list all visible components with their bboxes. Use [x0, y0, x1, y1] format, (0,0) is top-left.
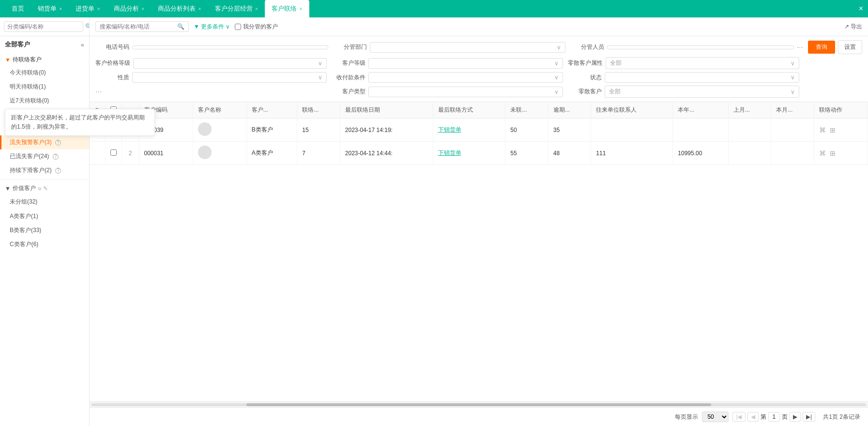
- nav-sales[interactable]: 销货单 ×: [31, 0, 69, 17]
- row2-checkbox[interactable]: [105, 142, 122, 165]
- more-conditions-btn[interactable]: ▼ 更多条件 ∨: [194, 23, 230, 31]
- dept-input[interactable]: ∨: [370, 42, 566, 53]
- col-overdue-sort[interactable]: 逾期...: [553, 106, 570, 114]
- close-segment-icon[interactable]: ×: [255, 6, 258, 12]
- first-page-btn[interactable]: |◀: [732, 412, 745, 422]
- col-contact-sort[interactable]: 联络...: [302, 106, 319, 114]
- col-contacts-person-sort[interactable]: 往来单位联系人: [596, 106, 637, 114]
- row2-last-way[interactable]: 下销货单: [433, 142, 505, 165]
- row4-dots-icon[interactable]: ···: [95, 88, 102, 96]
- row1-contacts: [591, 118, 673, 142]
- row1-last-month: [728, 118, 771, 142]
- status-arrow-icon: ∨: [791, 74, 795, 81]
- scatter-cust-input[interactable]: 全部 ∨: [605, 86, 799, 98]
- cust-type-input[interactable]: ∨: [368, 87, 563, 97]
- row2-check[interactable]: [110, 149, 117, 156]
- sidebar-item-c-class[interactable]: C类客户(6): [0, 237, 89, 251]
- col-name-sort[interactable]: 客户名称: [198, 106, 221, 114]
- next-page-btn[interactable]: ▶: [790, 412, 801, 422]
- col-last-month-sort[interactable]: 上月...: [733, 106, 750, 114]
- per-page-select[interactable]: 50 20 100: [702, 411, 729, 422]
- sidebar-item-lost[interactable]: 已流失客户(24) ?: [0, 149, 89, 163]
- sidebar-item-b-class[interactable]: B类客户(33): [0, 223, 89, 237]
- scatter-attr-input[interactable]: 全部 ∨: [606, 57, 799, 69]
- sidebar-collapse-icon[interactable]: «: [81, 41, 84, 48]
- total-record-text: 共1页 2条记录: [823, 413, 860, 421]
- main-search-icon[interactable]: 🔍: [177, 23, 184, 30]
- window-close-button[interactable]: ×: [859, 4, 863, 13]
- col-actions: 联络动作: [814, 102, 868, 118]
- row1-last-way[interactable]: 下销货单: [433, 118, 505, 142]
- col-name: 客户名称: [193, 102, 246, 118]
- scroll-thumb[interactable]: [246, 403, 711, 406]
- close-purchase-icon[interactable]: ×: [97, 6, 100, 12]
- nav-analysis[interactable]: 商品分析 ×: [107, 0, 151, 17]
- col-last-way-sort[interactable]: 最后联络方式: [438, 106, 473, 114]
- loss-warning-help-icon[interactable]: ?: [55, 140, 61, 146]
- prev-page-btn[interactable]: ◀: [747, 412, 759, 422]
- query-button[interactable]: 查询: [808, 41, 835, 54]
- value-customer-edit-icon[interactable]: ✎: [43, 185, 48, 192]
- row2-link-icon[interactable]: ⌘: [819, 149, 826, 157]
- my-customers-check[interactable]: [235, 24, 241, 30]
- sidebar-item-7days[interactable]: 近7天待联络(0): [0, 94, 89, 108]
- person-dots-icon[interactable]: ···: [797, 43, 803, 52]
- sidebar-item-today[interactable]: 今天待联络(0): [0, 66, 89, 80]
- scroll-track: [91, 403, 866, 406]
- col-last-date-sort[interactable]: 最后联络日期: [345, 106, 380, 114]
- close-analysis-icon[interactable]: ×: [141, 6, 144, 12]
- row1-grid-icon[interactable]: ⊞: [830, 126, 836, 134]
- col-this-year-sort[interactable]: 本年...: [678, 106, 694, 114]
- row2-num: 2: [122, 142, 139, 165]
- main-search-input[interactable]: [100, 23, 177, 30]
- person-input[interactable]: [607, 45, 793, 49]
- export-button[interactable]: ↗ 导出: [844, 23, 862, 31]
- setting-button[interactable]: 设置: [838, 40, 862, 54]
- sidebar-search-input[interactable]: [4, 21, 83, 32]
- lost-help-icon[interactable]: ?: [53, 154, 59, 160]
- sidebar-content: 全部客户 « ▼ 待联络客户 今天待联络(0) 明天待联络(1) 近7天待联络(…: [0, 36, 89, 426]
- value-customer-circle-icon[interactable]: ○: [38, 185, 41, 192]
- my-customers-checkbox[interactable]: 我分管的客户: [235, 23, 278, 31]
- page-num-input[interactable]: 1: [768, 412, 780, 422]
- sidebar-search-icon[interactable]: 🔍: [85, 23, 90, 30]
- row1-this-year: [673, 118, 728, 142]
- col-type-sort[interactable]: 客户...: [252, 106, 268, 114]
- nav-home[interactable]: 首页: [5, 0, 31, 17]
- nav-customer-contact[interactable]: 客户联络 ×: [265, 0, 309, 17]
- nature-input[interactable]: ∨: [132, 72, 327, 83]
- price-grade-label: 客户价格等级: [95, 59, 130, 67]
- last-page-btn[interactable]: ▶|: [803, 412, 815, 422]
- sidebar-item-ungroup[interactable]: 未分组(32): [0, 195, 89, 209]
- row2-last-way-link[interactable]: 下销货单: [438, 149, 461, 156]
- all-customers-header[interactable]: 全部客户 «: [0, 36, 89, 53]
- sidebar-item-declining[interactable]: 持续下滑客户(2) ?: [0, 163, 89, 177]
- col-type: 客户...: [246, 102, 297, 118]
- row2-grid-icon[interactable]: ⊞: [830, 149, 836, 157]
- col-overdue: 逾期...: [548, 102, 591, 118]
- col-uncontact-sort[interactable]: 未联...: [510, 106, 527, 114]
- nav-customer-segment[interactable]: 客户分层经营 ×: [208, 0, 265, 17]
- price-grade-input[interactable]: ∨: [133, 58, 327, 69]
- sidebar-item-a-class[interactable]: A类客户(1): [0, 209, 89, 223]
- nav-purchase[interactable]: 进货单 ×: [69, 0, 107, 17]
- row1-last-way-link[interactable]: 下销货单: [438, 126, 461, 133]
- sidebar-item-tomorrow[interactable]: 明天待联络(1): [0, 80, 89, 94]
- grade-input[interactable]: ∨: [368, 58, 563, 69]
- dept-label: 分管部门: [333, 43, 367, 51]
- group-pending-contact[interactable]: ▼ 待联络客户: [0, 53, 89, 66]
- close-contact-icon[interactable]: ×: [299, 6, 302, 12]
- row1-link-icon[interactable]: ⌘: [819, 126, 826, 134]
- col-last-month: 上月...: [728, 102, 771, 118]
- status-input[interactable]: ∨: [605, 72, 799, 83]
- value-customer-section[interactable]: ▼ 价值客户 ○ ✎: [0, 182, 89, 195]
- horizontal-scrollbar[interactable]: [90, 401, 868, 407]
- close-sales-icon[interactable]: ×: [59, 6, 62, 12]
- phone-input[interactable]: [132, 45, 328, 49]
- declining-help-icon[interactable]: ?: [55, 168, 61, 174]
- col-this-month-sort[interactable]: 本月...: [776, 106, 792, 114]
- sidebar-item-loss-warning[interactable]: 流失预警客户(3) ?: [0, 135, 89, 149]
- nav-analysis-list[interactable]: 商品分析列表 ×: [151, 0, 208, 17]
- payment-input[interactable]: ∨: [368, 72, 563, 83]
- close-analysis-list-icon[interactable]: ×: [198, 6, 201, 12]
